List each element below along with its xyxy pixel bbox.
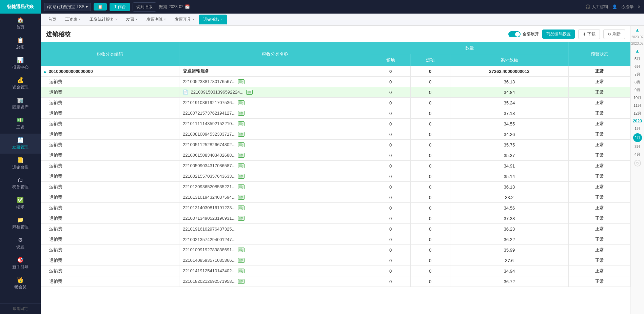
timeline-up-arrow[interactable]: ▲ [634, 26, 641, 34]
cell-sales: 0 [371, 98, 410, 108]
table-row[interactable]: 运输费 22100213574294001247... 0 0 36.22 正常 [41, 234, 630, 245]
cell-sales: 0 [371, 213, 410, 224]
cell-status: 正常 [569, 129, 630, 140]
timeline-heart-icon[interactable]: ♡ [634, 160, 641, 166]
tab-invoice-issue[interactable]: 发票开具 × [171, 15, 198, 24]
table-row[interactable]: 运输费 22101419125410143402... 吨 0 0 34.94 … [41, 266, 630, 276]
unpin-button[interactable]: 取消固定 [0, 303, 41, 314]
cell-sales: 0 [371, 129, 410, 140]
sidebar-item-label: 税务管理 [12, 184, 28, 190]
sidebar-item-finance[interactable]: 💰 资金管理 [0, 74, 41, 94]
table-row[interactable]: 运输费 22100215570357643633... 吨 0 0 35.14 … [41, 171, 630, 182]
switch-version-button[interactable]: 切到旧版 [133, 2, 156, 12]
table-row[interactable]: 运输费 22101309365208535221... 吨 0 0 36.13 … [41, 182, 630, 192]
sidebar-item-home[interactable]: 🏠 首页 [0, 14, 41, 34]
cell-purchase: 0 [410, 66, 450, 77]
timeline-month-3[interactable]: 3月 [631, 143, 644, 151]
sidebar-item-salary[interactable]: 💵 工资 [0, 114, 41, 134]
table-row[interactable]: 运输费 22101910361921707536... 吨 0 0 35.24 … [41, 98, 630, 108]
table-row[interactable]: 运输费 22101310194324037594... 吨 0 0 33.2 正… [41, 192, 630, 203]
product-code-settings-button[interactable]: 商品编码设置 [542, 30, 575, 39]
sidebar-item-tax[interactable]: 🗂 税务管理 [0, 174, 41, 193]
download-button[interactable]: ⬇ 下载 [578, 29, 600, 39]
cell-name: 运输费 [41, 161, 179, 171]
tab-sales-check[interactable]: 进销稽核 × [199, 15, 227, 24]
timeline-up2-arrow[interactable]: ▲ [634, 47, 641, 55]
workspace-button[interactable]: 工作台 [110, 3, 130, 11]
cell-name: 运输费 [41, 77, 179, 87]
company-selector[interactable]: (勿动) 江西报宝-LSS ▾ [44, 3, 91, 11]
col-total-header: 累计数额 [450, 54, 568, 66]
calendar-icon[interactable]: 📅 [185, 4, 190, 9]
cell-total: 34.26 [450, 129, 568, 140]
sidebar-item-member[interactable]: 👑 畅会员 [0, 273, 41, 293]
sidebar-item-assets[interactable]: 🏢 固定资产 [0, 94, 41, 114]
timeline-month-4[interactable]: 4月 [631, 151, 644, 158]
timeline-month-5[interactable]: 5月 [631, 55, 644, 63]
table-row[interactable]: 运输费 22101820212692571958... 吨 0 0 36.72 … [41, 276, 630, 287]
table-row[interactable]: 运输费 22101408593571035366... 吨 0 0 37.6 正… [41, 255, 630, 266]
table-row[interactable]: 运输费 22101916102976437325... 0 0 36.23 正常 [41, 224, 630, 234]
sidebar-item-invoice[interactable]: 🧾 发票管理 [0, 134, 41, 154]
sidebar-item-closing[interactable]: ✅ 结账 [0, 193, 41, 213]
cell-total: 35.75 [450, 140, 568, 150]
table-row[interactable]: 运输费 22100721573762194127... 吨 0 0 37.18 … [41, 108, 630, 119]
cell-status: 正常 [569, 108, 630, 119]
tab-invoice-calc[interactable]: 发票测算 × [142, 15, 170, 24]
tab-salary-report[interactable]: 工资统计报表 × [85, 15, 121, 24]
table-row[interactable]: 运输费 22101111143592152210... 吨 0 0 34.55 … [41, 119, 630, 129]
tab-salary-report-close[interactable]: × [115, 18, 117, 21]
table-row[interactable]: 运输费 22101009192789838691... 吨 0 0 35.99 … [41, 245, 630, 255]
tab-invoice-issue-close[interactable]: × [192, 18, 194, 21]
sidebar-item-archive[interactable]: 📁 归档管理 [0, 213, 41, 233]
ledger-icon: 📋 [17, 37, 24, 43]
tab-salary-close[interactable]: × [79, 18, 81, 21]
salary-icon: 💵 [17, 117, 24, 123]
table-row[interactable]: 运输费 22100615083403402688... 吨 0 0 35.37 … [41, 150, 630, 161]
finance-icon: 💰 [17, 77, 24, 83]
cell-name: 运输费 [41, 171, 179, 182]
cell-name: 运输费 [41, 224, 179, 234]
timeline-month-11[interactable]: 11月 [631, 102, 644, 110]
table-row[interactable]: 运输费 22100713490523196931... 吨 0 0 37.38 … [41, 213, 630, 224]
timeline-month-9[interactable]: 9月 [631, 86, 644, 94]
support-button[interactable]: 🎧 人工咨询 [585, 4, 608, 10]
tab-invoice-close[interactable]: × [136, 18, 138, 21]
tab-home[interactable]: 首页 [44, 15, 60, 24]
cell-sales: 0 [371, 192, 410, 203]
content-area: 进销稽核 全部展开 商品编码设置 ⬇ 下载 ↻ 刷新 [41, 26, 644, 314]
tab-invoice-calc-close[interactable]: × [164, 18, 166, 21]
refresh-button[interactable]: ↻ 刷新 [603, 29, 625, 39]
timeline-month-12[interactable]: 12月 [631, 110, 644, 117]
timeline-month-10[interactable]: 10月 [631, 94, 644, 102]
tab-salary[interactable]: 工资表 × [61, 15, 85, 24]
sidebar-item-guide[interactable]: 🎯 新手引导 [0, 253, 41, 273]
sidebar-item-label: 资金管理 [12, 84, 28, 90]
tab-sales-check-close[interactable]: × [221, 18, 223, 21]
table-row[interactable]: ▴ 301000000000000000 交通运输服务 0 0 27262.40… [41, 66, 630, 77]
timeline-month-6[interactable]: 6月 [631, 63, 644, 71]
page-title: 进销稽核 [46, 30, 71, 38]
collapse-icon[interactable]: ▴ [44, 69, 46, 74]
table-row[interactable]: 运输费 22100810094532303717... 吨 0 0 34.26 … [41, 129, 630, 140]
timeline-month-2[interactable]: 2月 [633, 133, 642, 142]
table-row[interactable]: 运输费 📄 22100915031396592224... 吨 0 0 34.8… [41, 87, 630, 98]
timeline-month-8[interactable]: 8月 [631, 78, 644, 86]
sidebar-item-ledger[interactable]: 📋 总账 [0, 34, 41, 54]
table-row[interactable]: 运输费 22100511252826674802... 吨 0 0 35.75 … [41, 140, 630, 150]
timeline-month-7[interactable]: 7月 [631, 71, 644, 78]
expand-toggle[interactable] [508, 31, 521, 37]
cell-sales: 0 [371, 245, 410, 255]
sidebar-item-sales-ledger[interactable]: 📒 进销台账 [0, 154, 41, 174]
tab-invoice[interactable]: 发票 × [122, 15, 142, 24]
table-row[interactable]: 运输费 22100523381780176567... 吨 0 0 36.13 … [41, 77, 630, 87]
member-icon: 👑 [17, 277, 24, 283]
sidebar-item-settings[interactable]: ⚙ 设置 [0, 233, 41, 253]
close-button[interactable]: × [638, 4, 641, 10]
sidebar-item-reports[interactable]: 📊 报表中心 [0, 54, 41, 74]
timeline-month-1[interactable]: 1月 [631, 125, 644, 133]
table-row[interactable]: 运输费 22101314030816191223... 吨 0 0 34.56 … [41, 203, 630, 213]
copy-button[interactable]: 📋 [94, 3, 107, 11]
assets-icon: 🏢 [17, 97, 24, 103]
table-row[interactable]: 运输费 22100509034317086587... 吨 0 0 34.91 … [41, 161, 630, 171]
